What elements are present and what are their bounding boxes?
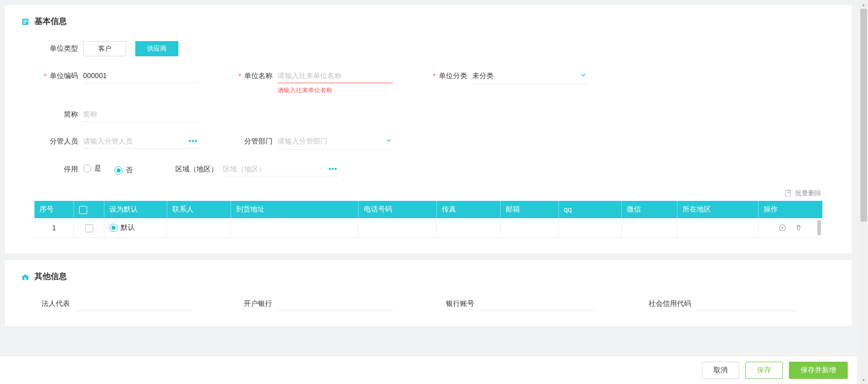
manager-dept-placeholder: 请输入分管部门 (278, 137, 327, 145)
label-unit-category: 单位分类 (424, 68, 467, 81)
svg-rect-5 (787, 190, 790, 193)
cell-email[interactable] (501, 218, 559, 238)
bank-account-input[interactable] (479, 296, 596, 311)
th-area: 所在地区 (677, 201, 759, 218)
th-contact: 联系人 (167, 201, 231, 218)
cancel-button[interactable]: 取消 (702, 362, 739, 379)
svg-rect-3 (23, 23, 26, 24)
panel-other-info: 其他信息 法人代表 开户银行 银行账号 (5, 260, 852, 326)
th-qq: qq (558, 201, 621, 218)
label-bank-account: 银行账号 (439, 296, 474, 308)
label-legal-rep: 法人代表 (34, 296, 70, 308)
cell-phone[interactable] (359, 218, 437, 238)
cell-contact[interactable] (167, 218, 231, 238)
manager-dept-select[interactable]: 请输入分管部门 (278, 134, 393, 150)
unit-category-select[interactable]: 未分类 (472, 68, 588, 84)
footer-bar: 取消 保存 保存并新增 (0, 356, 857, 384)
cell-area[interactable] (677, 218, 759, 238)
cell-qq[interactable] (558, 218, 621, 238)
panel-header-other: 其他信息 (21, 271, 836, 282)
form-icon (21, 18, 29, 26)
save-and-new-button[interactable]: 保存并新增 (789, 362, 848, 379)
unit-code-input[interactable] (83, 68, 199, 83)
bank-name-input[interactable] (277, 296, 394, 311)
batch-delete-button[interactable]: 批量删除 (795, 189, 821, 198)
social-credit-input[interactable] (696, 296, 798, 311)
panel-basic-info: 基本信息 单位类型 客户 供应商 单位编码 (5, 5, 852, 253)
label-unit-type: 单位类型 (34, 41, 78, 53)
th-set-default: 设为默认 (104, 201, 167, 218)
label-manager-dept: 分管部门 (229, 134, 273, 146)
disabled-yes-radio[interactable]: 是 (83, 164, 101, 173)
svg-rect-1 (23, 20, 27, 21)
add-row-button[interactable] (778, 223, 787, 232)
ellipsis-icon[interactable]: ••• (328, 165, 337, 173)
th-wechat: 微信 (621, 201, 677, 218)
batch-delete-icon (784, 189, 792, 197)
row-checkbox[interactable] (85, 224, 93, 232)
short-name-input[interactable] (83, 107, 199, 122)
cell-wechat[interactable] (621, 218, 677, 238)
cell-seq: 1 (34, 218, 74, 238)
unit-category-value: 未分类 (472, 72, 494, 80)
ellipsis-icon[interactable]: ••• (188, 137, 198, 145)
scroll-up-icon[interactable]: ▴ (859, 0, 868, 9)
chevron-down-icon (580, 72, 587, 80)
scrollbar-track[interactable] (859, 9, 868, 375)
contacts-table: 序号 设为默认 联系人 到货地址 电话号码 传真 邮箱 qq 微信 所在地区 (34, 201, 822, 238)
house-icon (21, 273, 29, 281)
region-input[interactable] (223, 162, 338, 177)
unit-type-supplier-button[interactable]: 供应商 (135, 41, 178, 56)
unit-name-error: 请输入往来单位名称 (278, 86, 393, 95)
th-seq: 序号 (34, 201, 74, 218)
table-row: 1 默认 (34, 218, 822, 238)
vertical-scrollbar[interactable]: ▴ ▾ (859, 0, 868, 384)
unit-name-input[interactable] (278, 68, 393, 83)
set-default-radio[interactable]: 默认 (109, 223, 135, 232)
legal-rep-input[interactable] (75, 296, 192, 311)
cell-fax[interactable] (437, 218, 501, 238)
th-delivery-address: 到货地址 (231, 201, 359, 218)
label-disabled: 停用 (34, 162, 78, 174)
unit-type-customer-button[interactable]: 客户 (83, 41, 126, 56)
panel-title: 其他信息 (34, 271, 67, 282)
th-phone: 电话号码 (359, 201, 437, 218)
svg-rect-2 (23, 21, 27, 22)
svg-rect-7 (24, 277, 26, 280)
label-social-credit: 社会信用代码 (640, 296, 691, 308)
chevron-down-icon (385, 137, 392, 146)
radio-no-label: 否 (126, 166, 133, 175)
th-fax: 传真 (437, 201, 501, 218)
default-label: 默认 (121, 223, 135, 232)
cell-delivery-address[interactable] (231, 218, 359, 238)
label-unit-code: 单位编码 (34, 68, 78, 81)
panel-title: 基本信息 (34, 16, 67, 27)
label-short-name: 简称 (34, 107, 78, 119)
panel-header-basic: 基本信息 (21, 16, 836, 27)
manager-person-input[interactable] (83, 134, 199, 149)
label-bank-name: 开户银行 (237, 296, 272, 308)
table-scrollbar-thumb[interactable] (817, 220, 821, 235)
save-button[interactable]: 保存 (745, 362, 783, 379)
header-checkbox[interactable] (79, 206, 87, 214)
th-checkbox (74, 201, 104, 218)
contacts-table-wrap: 序号 设为默认 联系人 到货地址 电话号码 传真 邮箱 qq 微信 所在地区 (34, 201, 822, 238)
th-email: 邮箱 (501, 201, 559, 218)
radio-yes-label: 是 (94, 164, 101, 173)
label-region: 区域（地区） (174, 162, 218, 174)
scroll-down-icon[interactable]: ▾ (859, 375, 868, 384)
disabled-no-radio[interactable]: 否 (115, 166, 133, 175)
delete-row-button[interactable] (794, 223, 803, 232)
scrollbar-thumb[interactable] (860, 9, 867, 222)
th-ops: 操作 (759, 201, 822, 218)
label-unit-name: 单位名称 (229, 68, 273, 81)
label-manager-person: 分管人员 (34, 134, 78, 146)
